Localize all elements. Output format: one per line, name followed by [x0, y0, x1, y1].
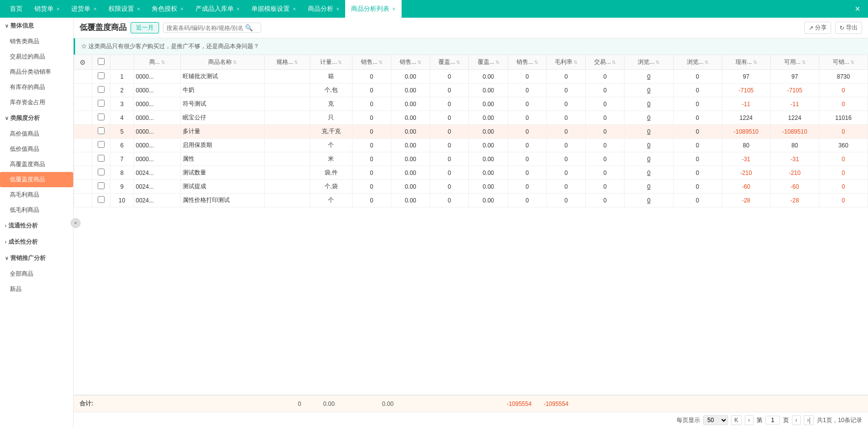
num-cell: 1: [110, 70, 134, 84]
browse1-cell[interactable]: 0: [624, 194, 673, 207]
nav-close-roles[interactable]: ×: [180, 6, 183, 12]
gross-rate-col-header[interactable]: 毛利率⇅: [546, 55, 585, 70]
nav-close-analysis-list[interactable]: ×: [392, 6, 395, 12]
nav-item-permissions[interactable]: 权限设置×: [103, 0, 146, 18]
sales-x-col-header[interactable]: 销售...⇅: [508, 55, 546, 70]
nav-item-roles[interactable]: 角色授权×: [146, 0, 189, 18]
window-close-btn[interactable]: ×: [851, 4, 864, 14]
browse1-cell[interactable]: 0: [624, 111, 673, 125]
trade-col-header[interactable]: 交易...⇅: [586, 55, 624, 70]
sellable-col-header[interactable]: 可销...⇅: [819, 55, 868, 70]
first-page-button[interactable]: K: [731, 415, 742, 425]
page-number-input[interactable]: [765, 416, 780, 425]
checkbox-cell[interactable]: [92, 166, 110, 180]
sidebar-item-high-coverage[interactable]: 高覆盖度商品: [0, 157, 73, 172]
last-page-button[interactable]: ›|: [804, 415, 814, 425]
checkbox-cell[interactable]: [92, 70, 110, 84]
nav-close-products[interactable]: ×: [237, 6, 240, 12]
checkbox-cell[interactable]: [92, 97, 110, 111]
prev-page-button[interactable]: ‹: [745, 415, 754, 425]
nav-item-template[interactable]: 单据模板设置×: [245, 0, 301, 18]
browse1-cell[interactable]: 0: [624, 84, 673, 97]
name-col-header[interactable]: 商品名称⇅: [180, 55, 265, 70]
browse1-cell[interactable]: 0: [624, 152, 673, 166]
sales-qty-col-header[interactable]: 销售...⇅: [352, 55, 391, 70]
sidebar-item-high-profit[interactable]: 高毛利商品: [0, 187, 73, 202]
row-checkbox[interactable]: [98, 114, 105, 120]
sidebar-section-freq-analysis[interactable]: ∨类频度分析: [0, 110, 73, 126]
browse1-col-header[interactable]: 浏览...⇅: [624, 55, 673, 70]
row-checkbox[interactable]: [98, 72, 105, 79]
nav-item-purchase[interactable]: 进货单×: [65, 0, 102, 18]
available-col-header[interactable]: 可用...⇅: [770, 55, 819, 70]
sidebar-section-flow-analysis[interactable]: ›流通性分析: [0, 218, 73, 234]
nav-close-analysis[interactable]: ×: [336, 6, 339, 12]
sidebar-item-sales-goods[interactable]: 销售类商品: [0, 34, 73, 49]
sidebar-section-overview[interactable]: ∨整体信息: [0, 18, 73, 34]
nav-close-sales[interactable]: ×: [56, 6, 59, 12]
sidebar-item-stock-goods[interactable]: 有库存的商品: [0, 80, 73, 95]
browse1-cell[interactable]: 0: [624, 166, 673, 180]
row-checkbox[interactable]: [98, 86, 105, 93]
sidebar-section-marketing-analysis[interactable]: ∨营销推广分析: [0, 250, 73, 266]
nav-item-home[interactable]: 首页: [4, 0, 28, 18]
coverage2-col-header[interactable]: 覆盖...⇅: [469, 55, 508, 70]
current-col-header[interactable]: 现有...⇅: [722, 55, 770, 70]
checkbox-cell[interactable]: [92, 84, 110, 97]
settings-col-header[interactable]: ⚙: [74, 55, 92, 70]
nav-close-permissions[interactable]: ×: [137, 6, 140, 12]
sidebar-item-traded-goods[interactable]: 交易过的商品: [0, 49, 73, 64]
checkbox-cell[interactable]: [92, 180, 110, 194]
share-button[interactable]: ↗ 分享: [804, 22, 831, 34]
table-wrapper[interactable]: ⚙ 商...⇅ 商品名称⇅ 规格...⇅ 计量...⇅ 销售...⇅ 销售...…: [74, 55, 868, 395]
collapse-sidebar-button[interactable]: «: [71, 218, 81, 228]
row-checkbox[interactable]: [98, 155, 105, 162]
search-input[interactable]: [166, 25, 245, 31]
next-page-button[interactable]: ›: [792, 415, 801, 425]
select-all-checkbox[interactable]: [98, 58, 105, 65]
nav-close-template[interactable]: ×: [293, 6, 296, 12]
sidebar-item-all-goods[interactable]: 全部商品: [0, 266, 73, 282]
spec-cell: [265, 139, 310, 152]
sidebar-section-growth-analysis[interactable]: ›成长性分析: [0, 234, 73, 250]
browse2-col-header[interactable]: 浏览...⇅: [673, 55, 722, 70]
checkbox-cell[interactable]: [92, 194, 110, 207]
sidebar-item-low-value[interactable]: 低价值商品: [0, 142, 73, 157]
nav-item-analysis[interactable]: 商品分析×: [302, 0, 345, 18]
row-checkbox[interactable]: [98, 100, 105, 107]
code-col-header[interactable]: 商...⇅: [134, 55, 180, 70]
sidebar-item-low-profit[interactable]: 低毛利商品: [0, 202, 73, 218]
sales-amt-col-header[interactable]: 销售...⇅: [391, 55, 430, 70]
checkbox-cell[interactable]: [92, 111, 110, 125]
row-checkbox[interactable]: [98, 182, 105, 189]
settings-icon[interactable]: ⚙: [80, 58, 86, 66]
row-checkbox[interactable]: [98, 196, 105, 203]
browse1-cell[interactable]: 0: [624, 70, 673, 84]
sidebar-item-low-coverage[interactable]: 低覆盖度商品: [0, 172, 73, 187]
sidebar-item-sales-dynamic[interactable]: 商品分类动销率: [0, 64, 73, 80]
browse1-cell[interactable]: 0: [624, 125, 673, 139]
nav-item-sales[interactable]: 销货单×: [28, 0, 65, 18]
row-checkbox[interactable]: [98, 141, 105, 148]
checkbox-cell[interactable]: [92, 125, 110, 139]
export-button[interactable]: ↻ 导出: [835, 22, 862, 34]
row-checkbox[interactable]: [98, 127, 105, 134]
browse1-cell[interactable]: 0: [624, 180, 673, 194]
spec-col-header[interactable]: 规格...⇅: [265, 55, 310, 70]
page-size-select[interactable]: 50 20 100: [703, 415, 728, 425]
sidebar-item-stock-capital[interactable]: 库存资金占用: [0, 95, 73, 110]
coverage1-col-header[interactable]: 覆盖...⇅: [430, 55, 469, 70]
checkbox-col-header[interactable]: [92, 55, 110, 70]
browse1-cell[interactable]: 0: [624, 97, 673, 111]
nav-close-purchase[interactable]: ×: [93, 6, 96, 12]
sidebar-item-high-value[interactable]: 高价值商品: [0, 126, 73, 142]
checkbox-cell[interactable]: [92, 152, 110, 166]
sidebar-item-new-goods[interactable]: 新品: [0, 282, 73, 297]
browse1-cell[interactable]: 0: [624, 139, 673, 152]
nav-item-products[interactable]: 产成品入库单×: [190, 0, 245, 18]
checkbox-cell[interactable]: [92, 139, 110, 152]
row-checkbox[interactable]: [98, 169, 105, 175]
time-filter-button[interactable]: 近一月: [131, 22, 159, 33]
nav-item-analysis-list[interactable]: 商品分析列表×: [345, 0, 401, 18]
unit-col-header[interactable]: 计量...⇅: [310, 55, 352, 70]
